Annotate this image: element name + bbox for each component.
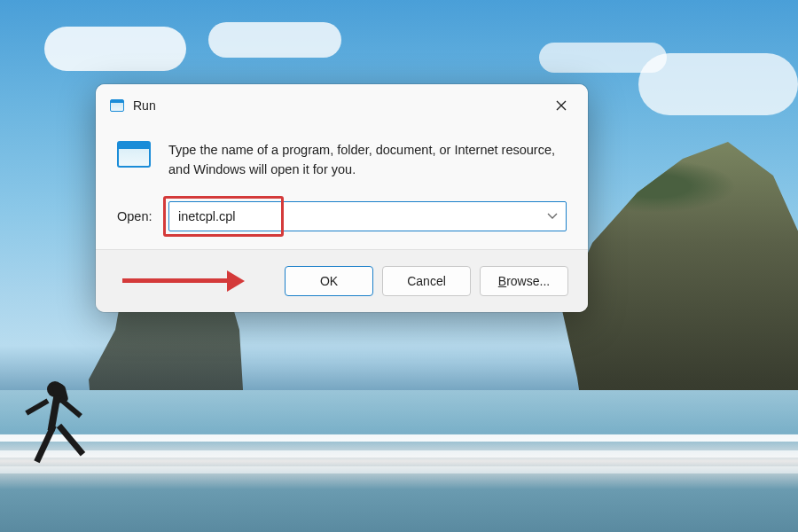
browse-button-label: Browse... <box>498 274 550 288</box>
background-ocean <box>0 390 798 532</box>
run-dialog: Run Type the name of a program, folder, … <box>96 84 588 312</box>
dialog-titlebar: Run <box>96 84 588 125</box>
close-button[interactable] <box>549 93 574 118</box>
open-input[interactable] <box>168 201 567 231</box>
close-icon <box>556 100 567 111</box>
browse-button[interactable]: Browse... <box>480 266 568 296</box>
cancel-button[interactable]: Cancel <box>382 266 471 296</box>
ok-button-label: OK <box>320 274 338 288</box>
run-icon <box>110 99 124 112</box>
open-label: Open: <box>117 209 156 223</box>
dialog-title: Run <box>133 98 156 113</box>
cancel-button-label: Cancel <box>407 274 446 288</box>
annotation-arrow <box>122 270 245 292</box>
background-clouds <box>44 27 186 71</box>
dialog-footer: OK Cancel Browse... <box>96 249 588 312</box>
dialog-description: Type the name of a program, folder, docu… <box>168 141 567 180</box>
ok-button[interactable]: OK <box>285 266 373 296</box>
run-icon-large <box>117 141 151 168</box>
background-runner-silhouette <box>31 381 80 488</box>
